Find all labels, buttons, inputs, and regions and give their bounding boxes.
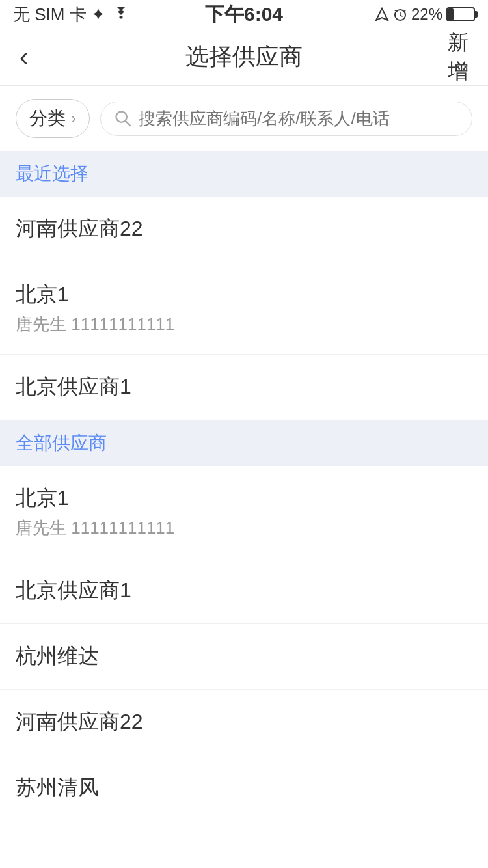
svg-point-1 <box>116 112 127 122</box>
category-button[interactable]: 分类 › <box>16 99 90 138</box>
list-item[interactable]: 河南供应商22 <box>0 690 488 755</box>
all-section-header: 全部供应商 <box>0 420 488 466</box>
signal-text: 无 SIM 卡 ✦ <box>13 3 105 26</box>
list-item[interactable]: 北京供应商1 <box>0 355 488 420</box>
item-name: 北京1 <box>16 280 472 309</box>
item-sub: 唐先生 11111111111 <box>16 517 472 539</box>
item-name: 杭州维达 <box>16 642 472 671</box>
recent-section-header: 最近选择 <box>0 151 488 197</box>
item-sub: 唐先生 11111111111 <box>16 313 472 336</box>
battery-icon <box>446 7 475 21</box>
item-name: 北京供应商1 <box>16 576 472 605</box>
list-item[interactable]: 北京1 唐先生 11111111111 <box>0 262 488 355</box>
alarm-icon <box>393 7 407 21</box>
list-item[interactable]: 北京供应商1 <box>0 558 488 624</box>
status-time: 下午6:04 <box>205 1 283 28</box>
all-section-label: 全部供应商 <box>16 433 107 453</box>
filter-bar: 分类 › <box>0 86 488 151</box>
all-items-list: 北京1 唐先生 11111111111 北京供应商1 杭州维达 河南供应商22 … <box>0 466 488 821</box>
list-item[interactable]: 北京1 唐先生 11111111111 <box>0 466 488 558</box>
status-left: 无 SIM 卡 ✦ <box>13 3 131 26</box>
add-button[interactable]: 新增 <box>429 29 468 86</box>
category-label: 分类 <box>29 106 66 131</box>
nav-bar: ‹ 选择供应商 新增 <box>0 29 488 86</box>
item-name: 苏州清风 <box>16 774 472 802</box>
item-name: 北京1 <box>16 484 472 513</box>
search-icon <box>114 109 132 128</box>
page-title: 选择供应商 <box>185 41 303 73</box>
list-item[interactable]: 杭州维达 <box>0 624 488 690</box>
svg-line-2 <box>126 121 131 126</box>
item-name: 河南供应商22 <box>16 708 472 737</box>
recent-section-label: 最近选择 <box>16 163 88 183</box>
status-right: 22% <box>375 5 475 23</box>
status-bar: 无 SIM 卡 ✦ 下午6:04 22% <box>0 0 488 29</box>
list-item[interactable]: 河南供应商22 <box>0 197 488 262</box>
search-input[interactable] <box>139 109 459 129</box>
back-button[interactable]: ‹ <box>20 42 59 72</box>
chevron-right-icon: › <box>71 109 76 128</box>
item-name: 河南供应商22 <box>16 215 472 243</box>
recent-items-list: 河南供应商22 北京1 唐先生 11111111111 北京供应商1 <box>0 197 488 420</box>
battery-text: 22% <box>411 5 442 23</box>
location-icon <box>375 7 389 21</box>
search-box <box>100 102 472 136</box>
item-name: 北京供应商1 <box>16 373 472 401</box>
wifi-icon <box>111 7 131 21</box>
list-item[interactable]: 苏州清风 <box>0 755 488 821</box>
